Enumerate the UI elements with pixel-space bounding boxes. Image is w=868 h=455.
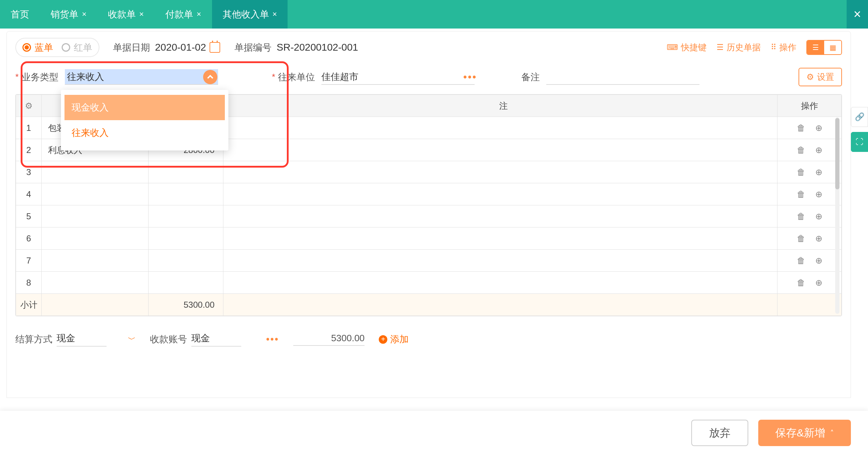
page-panel: 蓝单 红单 单据日期 2020-01-02 单据编号 SR-20200102-0…: [6, 31, 851, 398]
table-row[interactable]: 4🗑⊕: [16, 183, 842, 205]
payment-amount[interactable]: 5300.00: [293, 333, 365, 346]
rail-expand-button[interactable]: ⛶: [851, 132, 868, 152]
radio-blue[interactable]: 蓝单: [22, 41, 53, 54]
row-income[interactable]: [42, 228, 149, 250]
row-amount[interactable]: [149, 228, 223, 250]
table-row[interactable]: 8🗑⊕: [16, 272, 842, 294]
date-value[interactable]: 2020-01-02: [155, 42, 206, 53]
tab-payment[interactable]: 付款单×: [155, 0, 212, 29]
party-input[interactable]: [321, 69, 475, 85]
delete-icon[interactable]: 🗑: [797, 189, 805, 199]
settings-label: 设置: [817, 71, 834, 83]
rail-link-button[interactable]: 🔗: [851, 107, 868, 127]
row-amount[interactable]: [149, 183, 223, 205]
dropdown-item-ar[interactable]: 往来收入: [64, 120, 225, 145]
account-value: 现金: [191, 332, 241, 347]
row-ops: 🗑⊕: [777, 183, 842, 205]
row-amount[interactable]: [149, 272, 223, 294]
row-index: 2: [16, 139, 42, 161]
row-remark[interactable]: [223, 272, 777, 294]
delete-icon[interactable]: 🗑: [797, 167, 805, 177]
scrollbar-thumb[interactable]: [835, 118, 839, 189]
account-field[interactable]: 收款账号 现金 •••: [150, 332, 279, 347]
close-icon[interactable]: ×: [139, 10, 144, 19]
view-grid[interactable]: ▦: [824, 41, 841, 54]
ops-button[interactable]: ⠿操作: [771, 42, 796, 53]
row-remark[interactable]: [223, 205, 777, 228]
tab-label: 首页: [11, 8, 29, 21]
gear-icon: ⚙: [806, 72, 814, 82]
remark-input[interactable]: [546, 69, 699, 85]
table-row[interactable]: 5🗑⊕: [16, 205, 842, 228]
row-remark[interactable]: [223, 117, 777, 139]
row-amount[interactable]: [149, 205, 223, 228]
row-remark[interactable]: [223, 139, 777, 161]
calendar-icon[interactable]: [210, 42, 220, 53]
header-gear[interactable]: ⚙: [16, 95, 42, 117]
table-row[interactable]: 7🗑⊕: [16, 250, 842, 272]
tab-bar: 首页 销货单× 收款单× 付款单× 其他收入单× ×: [0, 0, 868, 29]
settings-button[interactable]: ⚙设置: [799, 68, 842, 86]
close-icon[interactable]: ×: [273, 10, 277, 19]
settle-method-field[interactable]: 结算方式 现金 ﹀: [15, 332, 136, 347]
row-remark[interactable]: [223, 161, 777, 183]
row-ops: 🗑⊕: [777, 139, 842, 161]
row-income[interactable]: [42, 161, 149, 183]
row-income[interactable]: [42, 183, 149, 205]
row-amount[interactable]: [149, 161, 223, 183]
delete-icon[interactable]: 🗑: [797, 256, 805, 266]
delete-icon[interactable]: 🗑: [797, 234, 805, 244]
row-amount[interactable]: [149, 250, 223, 272]
save-button[interactable]: 保存&新增˄: [758, 420, 851, 446]
radio-red[interactable]: 红单: [62, 41, 92, 54]
table-row[interactable]: 6🗑⊕: [16, 228, 842, 250]
biz-type-input[interactable]: [65, 69, 218, 85]
row-remark[interactable]: [223, 183, 777, 205]
delete-icon[interactable]: 🗑: [797, 145, 805, 155]
footer: 放弃 保存&新增˄: [0, 411, 868, 455]
add-row-icon[interactable]: ⊕: [815, 167, 822, 177]
grid-icon: ⠿: [771, 43, 776, 52]
shortcut-button[interactable]: ⌨快捷键: [667, 42, 707, 53]
tab-home[interactable]: 首页: [0, 0, 40, 29]
tabbar-close-button[interactable]: ×: [847, 0, 868, 29]
add-payment-button[interactable]: +添加: [379, 333, 409, 346]
tab-label: 其他收入单: [223, 8, 269, 21]
discard-button[interactable]: 放弃: [691, 420, 748, 446]
add-row-icon[interactable]: ⊕: [815, 145, 822, 155]
close-icon[interactable]: ×: [197, 10, 201, 19]
tab-receipt[interactable]: 收款单×: [97, 0, 155, 29]
chevron-down-icon[interactable]: ﹀: [128, 334, 136, 345]
delete-icon[interactable]: 🗑: [797, 211, 805, 221]
tab-other-income[interactable]: 其他收入单×: [212, 0, 288, 29]
link-label: 历史单据: [727, 42, 761, 53]
subtotal-row: 小计 5300.00: [16, 294, 842, 316]
close-icon[interactable]: ×: [82, 10, 87, 19]
delete-icon[interactable]: 🗑: [797, 278, 805, 288]
row-remark[interactable]: [223, 228, 777, 250]
row-income[interactable]: [42, 205, 149, 228]
add-row-icon[interactable]: ⊕: [815, 256, 822, 266]
add-row-icon[interactable]: ⊕: [815, 278, 822, 288]
more-icon[interactable]: •••: [463, 71, 477, 83]
view-list[interactable]: ☰: [807, 41, 824, 54]
row-ops: 🗑⊕: [777, 161, 842, 183]
tab-sales[interactable]: 销货单×: [40, 0, 97, 29]
add-row-icon[interactable]: ⊕: [815, 211, 822, 221]
row-income[interactable]: [42, 250, 149, 272]
table-row[interactable]: 3🗑⊕: [16, 161, 842, 183]
dropdown-item-cash[interactable]: 现金收入: [64, 95, 225, 120]
row-index: 1: [16, 117, 42, 139]
delete-icon[interactable]: 🗑: [797, 123, 805, 133]
row-remark[interactable]: [223, 250, 777, 272]
add-row-icon[interactable]: ⊕: [815, 123, 822, 133]
add-row-icon[interactable]: ⊕: [815, 189, 822, 199]
row-income[interactable]: [42, 272, 149, 294]
row-index: 3: [16, 161, 42, 183]
add-row-icon[interactable]: ⊕: [815, 234, 822, 244]
history-button[interactable]: ☰历史单据: [717, 42, 761, 53]
form-row: * 业务类型 现金收入 往来收入 * 往来单位 ••• 备注 ⚙设置: [15, 66, 842, 88]
field-label: 往来单位: [278, 71, 315, 83]
more-icon[interactable]: •••: [266, 334, 279, 345]
row-index: 4: [16, 183, 42, 205]
